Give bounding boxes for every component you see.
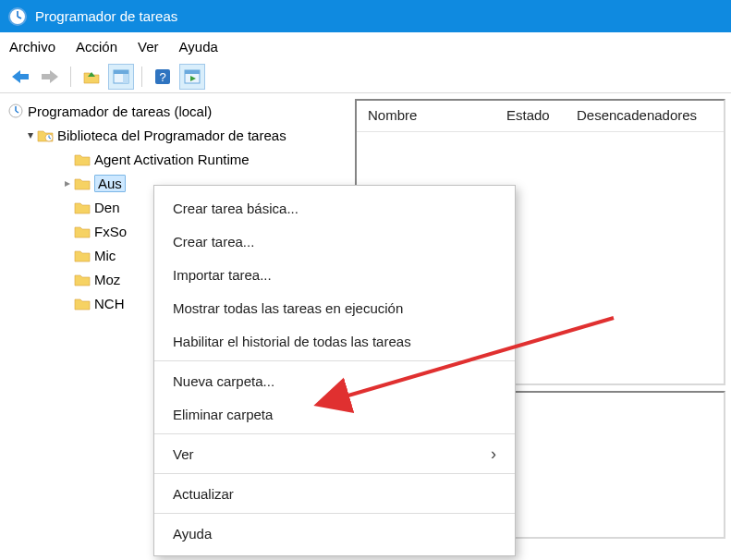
tree-item-label: Den <box>94 200 120 215</box>
ctx-importar-tarea[interactable]: Importar tarea... <box>154 258 515 291</box>
ctx-ayuda[interactable]: Ayuda <box>154 517 515 550</box>
caret-icon[interactable] <box>24 128 37 141</box>
toolbar-separator <box>70 67 71 87</box>
tree-item-label: FxSo <box>94 224 127 239</box>
tree-library-label: Biblioteca del Programador de tareas <box>57 128 286 143</box>
tree-item-label: Aus <box>94 175 126 192</box>
tree-item-label: Mic <box>94 248 116 263</box>
tree-root[interactable]: Programador de tareas (local) <box>4 99 346 123</box>
folder-icon <box>74 199 91 215</box>
chevron-right-icon <box>491 444 496 464</box>
caret-icon[interactable] <box>61 177 74 189</box>
up-folder-button[interactable] <box>79 64 104 90</box>
tree-item-label: Agent Activation Runtime <box>94 152 250 167</box>
ctx-separator <box>154 513 515 514</box>
tree-library[interactable]: Biblioteca del Programador de tareas <box>4 123 346 147</box>
tree-item[interactable]: Agent Activation Runtime <box>4 147 346 171</box>
ctx-crear-tarea[interactable]: Crear tarea... <box>154 225 515 258</box>
tree-item-label: Moz <box>94 272 120 287</box>
run-panel-button[interactable] <box>179 64 205 90</box>
tree-item-label: NCH <box>94 296 125 311</box>
panel-toggle-button[interactable] <box>108 64 134 90</box>
folder-icon <box>74 151 91 167</box>
menubar: Archivo Acción Ver Ayuda <box>0 32 731 60</box>
ctx-separator <box>154 473 515 474</box>
folder-icon <box>74 223 91 239</box>
ctx-ver[interactable]: Ver <box>154 437 515 470</box>
col-nombre[interactable]: Nombre <box>357 101 495 131</box>
folder-icon <box>74 271 91 287</box>
back-button[interactable] <box>7 64 33 90</box>
ctx-habilitar-historial[interactable]: Habilitar el historial de todas las tare… <box>154 324 515 358</box>
ctx-separator <box>154 360 515 361</box>
window-title: Programador de tareas <box>35 8 177 24</box>
toolbar-separator <box>141 67 142 87</box>
ctx-actualizar[interactable]: Actualizar <box>154 477 515 510</box>
menu-ayuda[interactable]: Ayuda <box>179 39 218 55</box>
svg-text:?: ? <box>159 70 165 84</box>
svg-rect-9 <box>123 74 128 83</box>
folder-clock-icon <box>37 127 54 143</box>
tree-root-label: Programador de tareas (local) <box>28 103 212 119</box>
svg-rect-8 <box>114 70 128 74</box>
clock-icon <box>7 103 24 119</box>
ctx-eliminar-carpeta[interactable]: Eliminar carpeta <box>154 397 515 431</box>
folder-icon <box>74 175 91 191</box>
context-menu: Crear tarea básica... Crear tarea... Imp… <box>153 185 516 556</box>
folder-icon <box>74 247 91 263</box>
svg-marker-4 <box>12 70 29 83</box>
svg-marker-5 <box>42 70 58 83</box>
window-titlebar: Programador de tareas <box>0 0 731 32</box>
svg-rect-13 <box>185 70 200 74</box>
ctx-crear-tarea-basica[interactable]: Crear tarea básica... <box>154 191 515 225</box>
toolbar: ? <box>0 60 731 93</box>
menu-ver[interactable]: Ver <box>138 39 159 55</box>
ctx-separator <box>154 433 515 434</box>
app-icon <box>7 6 28 27</box>
ctx-mostrar-todas[interactable]: Mostrar todas las tareas en ejecución <box>154 291 515 324</box>
forward-button[interactable] <box>37 64 63 90</box>
menu-accion[interactable]: Acción <box>76 39 117 55</box>
ctx-nueva-carpeta[interactable]: Nueva carpeta... <box>154 364 515 397</box>
menu-archivo[interactable]: Archivo <box>9 39 55 55</box>
col-desencadenadores[interactable]: Desencadenadores <box>566 101 724 131</box>
col-estado[interactable]: Estado <box>495 101 566 131</box>
grid-header: Nombre Estado Desencadenadores <box>357 101 724 132</box>
folder-icon <box>74 295 91 311</box>
help-button[interactable]: ? <box>150 64 176 90</box>
